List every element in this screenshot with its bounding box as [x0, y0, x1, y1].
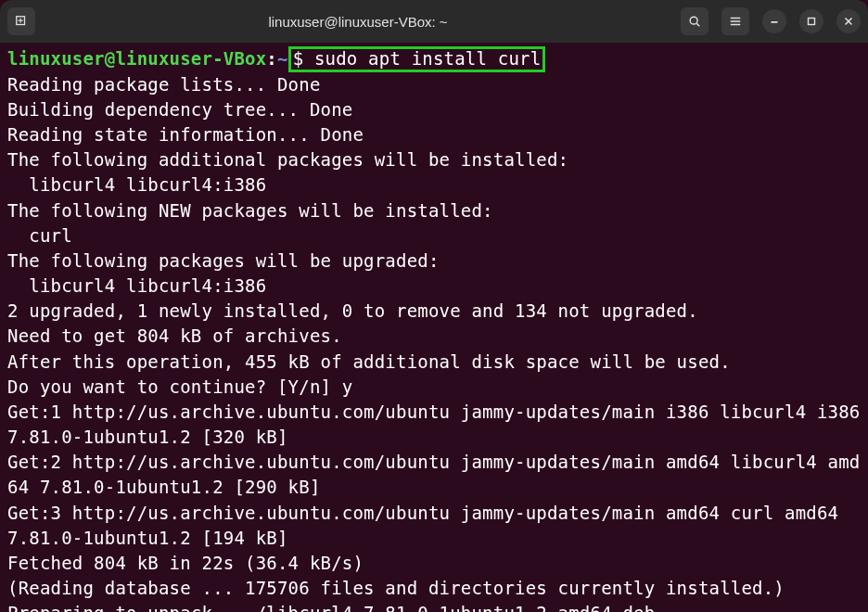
minimize-icon: [768, 15, 781, 28]
window-title: linuxuser@linuxuser-VBox: ~: [35, 14, 681, 30]
terminal-output: Reading package lists... DoneBuilding de…: [7, 72, 861, 612]
window-titlebar: linuxuser@linuxuser-VBox: ~: [0, 0, 868, 43]
svg-point-1: [690, 17, 697, 24]
new-tab-icon: [15, 15, 28, 28]
output-line: 2 upgraded, 1 newly installed, 0 to remo…: [7, 299, 861, 324]
svg-rect-2: [809, 19, 815, 25]
output-line: Need to get 804 kB of archives.: [7, 324, 861, 349]
command-highlight: $ sudo apt install curl: [288, 46, 546, 72]
close-button[interactable]: [836, 9, 861, 33]
output-line: The following packages will be upgraded:: [7, 249, 861, 274]
maximize-icon: [805, 15, 818, 28]
terminal-area[interactable]: linuxuser@linuxuser-VBox:~$ sudo apt ins…: [0, 43, 868, 612]
output-line: libcurl4 libcurl4:i386: [7, 172, 861, 198]
output-line: libcurl4 libcurl4:i386: [7, 274, 861, 299]
output-line: Get:2 http://us.archive.ubuntu.com/ubunt…: [7, 450, 861, 500]
prompt-user-host: linuxuser@linuxuser-VBox: [7, 48, 266, 69]
search-button[interactable]: [681, 7, 708, 35]
new-tab-button[interactable]: [7, 7, 35, 35]
output-line: Building dependency tree... Done: [7, 97, 861, 122]
output-line: Do you want to continue? [Y/n] y: [7, 375, 861, 400]
prompt-line: linuxuser@linuxuser-VBox:~$ sudo apt ins…: [7, 46, 861, 72]
output-line: Preparing to unpack .../libcurl4_7.81.0-…: [7, 601, 861, 612]
close-icon: [842, 15, 855, 28]
output-line: After this operation, 455 kB of addition…: [7, 350, 861, 375]
menu-button[interactable]: [721, 7, 749, 35]
output-line: The following additional packages will b…: [7, 147, 861, 172]
output-line: Get:1 http://us.archive.ubuntu.com/ubunt…: [7, 400, 861, 450]
output-line: (Reading database ... 175706 files and d…: [7, 576, 861, 601]
prompt-path: ~: [277, 48, 288, 69]
search-icon: [688, 15, 701, 28]
maximize-button[interactable]: [799, 9, 823, 33]
output-line: Reading package lists... Done: [7, 72, 861, 97]
minimize-button[interactable]: [762, 9, 786, 33]
output-line: The following NEW packages will be insta…: [7, 198, 861, 223]
output-line: curl: [7, 223, 861, 249]
prompt-dollar: $: [293, 48, 304, 69]
command-text: sudo apt install curl: [314, 48, 541, 69]
output-line: Reading state information... Done: [7, 122, 861, 147]
prompt-colon: :: [266, 48, 277, 69]
output-line: Fetched 804 kB in 22s (36.4 kB/s): [7, 551, 861, 576]
output-line: Get:3 http://us.archive.ubuntu.com/ubunt…: [7, 501, 861, 551]
hamburger-icon: [729, 15, 742, 28]
